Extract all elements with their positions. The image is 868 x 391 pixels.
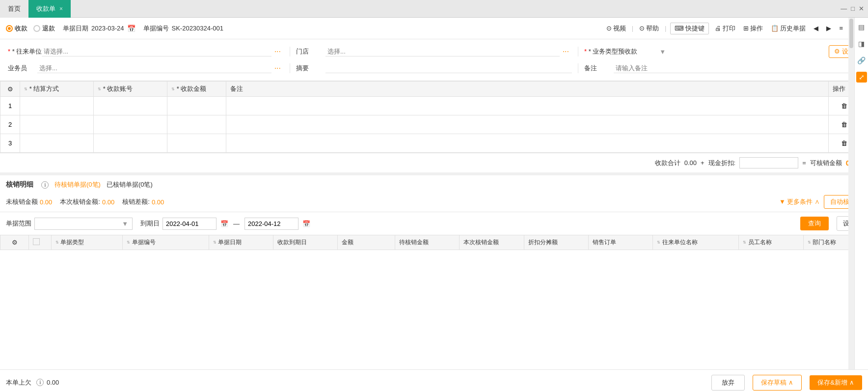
radio-collection-label: 收款 [15, 24, 27, 33]
save-new-btn[interactable]: 保存&新增 ∧ [810, 375, 862, 390]
bottom-gear-header[interactable]: ⚙ [0, 235, 29, 250]
bottom-due-date-header: 收款到期日 [273, 235, 337, 250]
staff-input[interactable] [37, 63, 271, 73]
row-note-1[interactable] [226, 97, 829, 115]
counterparty-input[interactable] [42, 47, 271, 56]
delete-icon-2[interactable]: 🗑 [841, 121, 847, 128]
counterparty-more-icon[interactable]: ··· [271, 47, 284, 56]
due-date-field: 到期日 📅 — 📅 [140, 218, 310, 230]
divider-1 [290, 47, 290, 56]
video-btn[interactable]: ⊙ 视频 [604, 23, 628, 34]
done-tab[interactable]: 已核销单据(0笔) [107, 180, 153, 189]
date-to-icon[interactable]: 📅 [302, 220, 310, 227]
number-field: 单据编号 SK-20230324-001 [143, 24, 224, 33]
row-amount-3[interactable] [167, 134, 226, 153]
tab-home[interactable]: 首页 [0, 0, 28, 18]
range-field: 单据范围 ▼ [6, 218, 133, 230]
minimize-icon[interactable]: — [841, 5, 847, 12]
form-row-2: 业务员 ··· 摘要 备注 [6, 60, 862, 77]
table-row: 3 🗑 ⊕ [0, 134, 868, 153]
date-field: 单据日期 2023-03-24 📅 [63, 24, 136, 33]
unwriteoff-label: 未核销金额 [6, 197, 38, 206]
sort-icon-date: ⇅ [213, 241, 217, 245]
table-gear-header[interactable]: ⚙ [0, 82, 20, 97]
shop-label: 门店 [296, 47, 326, 56]
history-btn[interactable]: 📋 历史单据 [769, 23, 808, 34]
bottom-pending-header: 待核销金额 [395, 235, 459, 250]
pending-tab[interactable]: 待核销单据(0笔) [54, 180, 101, 189]
summary-input[interactable] [326, 63, 572, 73]
biz-type-dropdown-icon[interactable]: ▼ [659, 48, 666, 56]
window-controls: — □ ✕ [841, 5, 868, 12]
print-btn[interactable]: 🖨 打印 [713, 23, 737, 34]
operations-label: 操作 [750, 24, 763, 33]
shop-input[interactable] [326, 47, 560, 56]
date-to-input[interactable] [244, 218, 298, 230]
writeoff-diff: 核销差额: 0.00 [122, 197, 164, 206]
keyboard-icon: ⌨ [675, 25, 684, 32]
help-icon: ⊙ [639, 25, 645, 32]
save-draft-label: 保存草稿 [761, 378, 787, 387]
radio-refund[interactable]: 退款 [33, 24, 55, 33]
row-note-3[interactable] [226, 134, 829, 153]
writeoff-info-icon[interactable]: ℹ [41, 181, 49, 189]
save-new-label: 保存&新增 [817, 378, 847, 387]
per-order-info-icon[interactable]: ℹ [36, 379, 44, 386]
shortcut-btn[interactable]: ⌨ 快捷键 [670, 23, 709, 34]
help-btn[interactable]: ⊙ 帮助 [637, 23, 661, 34]
delete-icon-3[interactable]: 🗑 [841, 140, 847, 147]
query-btn[interactable]: 查询 [800, 217, 829, 230]
nav-next-btn[interactable]: ▶ [824, 24, 833, 33]
shop-more-icon[interactable]: ··· [560, 47, 572, 56]
tab-close-icon[interactable]: × [59, 5, 63, 12]
layout-btn[interactable]: ≡ [837, 24, 845, 33]
biz-type-value: 预收款 [618, 47, 657, 56]
current-label: 本次核销金额: [60, 197, 100, 206]
select-all-checkbox[interactable] [33, 238, 40, 245]
row-account-1[interactable] [94, 97, 167, 115]
nav-prev-btn[interactable]: ◀ [812, 24, 820, 33]
tab-collection[interactable]: 收款单 × [28, 0, 71, 18]
delete-icon-1[interactable]: 🗑 [841, 102, 847, 110]
diff-value: 0.00 [152, 198, 164, 206]
row-amount-1[interactable] [167, 97, 226, 115]
form-section: * 往来单位 ··· 门店 ··· * 业务类型 预收款 ▼ ⚙ 设置 业务员 [0, 39, 868, 81]
row-settlement-2[interactable] [20, 115, 94, 134]
sidebar-panel-icon[interactable]: ◨ [856, 38, 867, 49]
counterparty-field: * 往来单位 ··· [6, 44, 286, 59]
sidebar-table-icon[interactable]: ▤ [856, 22, 867, 32]
gear-icon[interactable]: ⚙ [7, 85, 13, 93]
notes-input[interactable] [614, 63, 860, 73]
row-amount-2[interactable] [167, 115, 226, 134]
row-note-2[interactable] [226, 115, 829, 134]
discard-btn[interactable]: 放弃 [711, 375, 745, 391]
row-settlement-1[interactable] [20, 97, 94, 115]
help-label: 帮助 [646, 24, 659, 33]
staff-label: 业务员 [8, 64, 37, 73]
date-value: 2023-03-24 [91, 25, 124, 32]
date-from-icon[interactable]: 📅 [220, 220, 228, 227]
maximize-icon[interactable]: □ [851, 5, 855, 12]
row-settlement-3[interactable] [20, 134, 94, 153]
range-select[interactable]: ▼ [34, 218, 133, 230]
bottom-checkbox-header[interactable] [29, 235, 51, 250]
number-value: SK-20230324-001 [172, 25, 224, 32]
discount-input[interactable] [739, 157, 798, 168]
date-from-input[interactable] [163, 218, 217, 230]
row-account-3[interactable] [94, 134, 167, 153]
radio-collection[interactable]: 收款 [6, 24, 27, 33]
more-conditions-btn[interactable]: ▼ 更多条件 ∧ [779, 197, 820, 206]
row-no-1: 1 [0, 97, 20, 115]
row-no-3: 3 [0, 134, 20, 153]
save-draft-btn[interactable]: 保存草稿 ∧ [753, 375, 802, 391]
staff-more-icon[interactable]: ··· [271, 64, 284, 73]
sidebar-link-icon[interactable]: 🔗 [856, 55, 867, 66]
operations-btn[interactable]: ⊞ 操作 [741, 23, 765, 34]
scroll-track[interactable] [848, 18, 854, 391]
calendar-icon[interactable]: 📅 [127, 25, 136, 32]
close-icon[interactable]: ✕ [859, 5, 864, 12]
sidebar-expand-icon[interactable]: ⤢ [856, 72, 867, 83]
row-account-2[interactable] [94, 115, 167, 134]
summary-field: 摘要 [294, 60, 574, 76]
divider-2 [578, 47, 578, 56]
